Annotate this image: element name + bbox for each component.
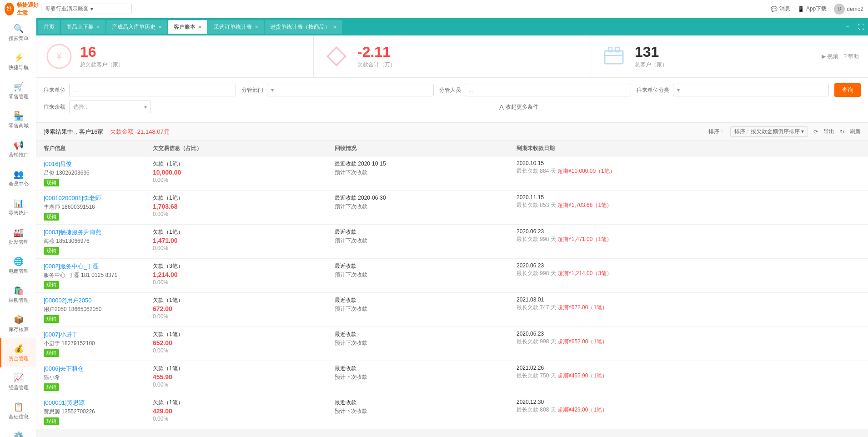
balance-input[interactable]: 选择... ▾ — [69, 100, 151, 113]
unit-class-input[interactable]: ▾ — [673, 84, 829, 96]
debt-count-6: 欠款（1笔） — [153, 365, 335, 372]
overdue-amount-7[interactable]: 超期¥429.00（1笔） — [557, 407, 607, 413]
stats-bar: ¥ 16 总欠款客户（家） -2.11 欠款合计（万） — [36, 35, 868, 78]
customer-name-6[interactable]: [0006]去下粮仓 — [44, 365, 153, 373]
debt-percent-0: 0.00% — [153, 177, 335, 183]
tab-close-production[interactable]: ✕ — [158, 25, 162, 30]
results-info: 搜索结果中，客户16家 欠款金额 -21,148.07元 — [44, 128, 170, 136]
content-area: 首页 商品上下架 ✕ 产成品入库单历史 ✕ 客户账本 ✕ 采购订单统计表 ✕ — [36, 18, 868, 437]
payback-info-3: 最近收款 预计下次收款 — [335, 262, 517, 279]
customer-name-3[interactable]: [0002]服务中心_丁磊 — [44, 262, 153, 271]
customer-name-1[interactable]: [00010200001]李老师 — [44, 194, 153, 202]
customer-name-7[interactable]: [000001]黄思源 — [44, 399, 153, 407]
sidebar-quick-nav[interactable]: ⚡ 快捷导航 — [0, 47, 36, 76]
help-action[interactable]: ? 帮助 — [843, 53, 859, 60]
customer-phone-0: 吕俊 13026203696 — [44, 169, 153, 177]
debt-info-1: 欠款（1笔） 1,703.68 0.00% — [153, 194, 335, 217]
overdue-date-7: 2020.12.30 — [517, 399, 861, 405]
search-button[interactable]: 查询 — [834, 83, 861, 97]
overdue-amount-6[interactable]: 超期¥455.90（1笔） — [557, 372, 607, 379]
customer-tag-1: 现销 — [44, 213, 59, 221]
payback-info-6: 最近收款 预计下次收款 — [335, 365, 517, 381]
tab-customer-account[interactable]: 客户账本 ✕ — [168, 20, 207, 34]
debt-amount-7: 429.00 — [153, 407, 335, 415]
customer-name-2[interactable]: [0003]畅捷服务尹海燕 — [44, 228, 153, 236]
sidebar-item-retail-mall[interactable]: 🏪 零售商城 — [0, 105, 36, 135]
tab-home[interactable]: 首页 — [38, 20, 60, 34]
customer-tag-0: 现销 — [44, 179, 59, 186]
person-input[interactable]: ... — [465, 84, 632, 96]
user-action[interactable]: D demo2 — [834, 4, 863, 15]
overdue-days-4: 最长欠款 747 天 超期¥672.00（1笔） — [517, 304, 861, 311]
customer-tag-7: 现销 — [44, 417, 59, 425]
video-action[interactable]: ▶ 视频 — [822, 53, 838, 60]
customer-name-5[interactable]: [0007]小进于 — [44, 331, 153, 339]
app-download-action[interactable]: 📱 App下载 — [798, 5, 827, 13]
customer-phone-5: 小进于 18279152100 — [44, 340, 153, 347]
table-row: [0016]吕俊 吕俊 13026203696 现销 欠款（1笔） 10,000… — [36, 156, 868, 191]
overdue-amount-3[interactable]: 超期¥1,214.00（3笔） — [557, 270, 612, 276]
download-icon: 📱 — [798, 6, 804, 12]
tab-close-inbound-stats[interactable]: ✕ — [333, 25, 336, 30]
tab-products-on-off[interactable]: 商品上下架 ✕ — [61, 20, 105, 34]
overdue-info-6: 2021.02.26 最长欠款 750 天 超期¥455.90（1笔） — [517, 365, 861, 380]
overdue-amount-1[interactable]: 超期¥1,703.68（1笔） — [557, 202, 612, 208]
tab-close-customer-account[interactable]: ✕ — [198, 25, 202, 30]
overdue-amount-0[interactable]: 超期¥10,000.00（1笔） — [557, 168, 615, 174]
debt-amount-4: 672.00 — [153, 305, 335, 312]
sidebar-item-retail-mgmt[interactable]: 🛒 零售管理 — [0, 76, 36, 105]
table-row: [0006]去下粮仓 陈小希 现销 欠款（1笔） 455.90 0.00% 最近… — [36, 361, 868, 395]
message-action[interactable]: 💬 消息 — [771, 5, 790, 13]
collapse-button[interactable]: ⋀ 收起更多条件 — [497, 101, 540, 113]
dept-input[interactable]: ▾ — [267, 84, 434, 96]
tab-close-products[interactable]: ✕ — [96, 25, 100, 30]
results-actions: 排序： 排序：按欠款金额倒序排序 ▾ ⟳ 导出 ↻ 刷新 — [708, 126, 861, 137]
chevron-down-icon: ▾ — [90, 6, 93, 12]
refresh-action[interactable]: 刷新 — [850, 128, 861, 136]
sort-selector[interactable]: 排序：按欠款金额倒序排序 ▾ — [730, 126, 808, 137]
customer-phone-2: 海燕 18513066976 — [44, 237, 153, 245]
tab-purchase-order-stats[interactable]: 采购订单统计表 ✕ — [208, 20, 264, 34]
tab-inbound-stats[interactable]: 进货单统计表（按商品） ✕ — [265, 20, 342, 34]
debt-customers-icon: ¥ — [45, 43, 73, 70]
debt-amount-5: 652.00 — [153, 339, 335, 347]
sidebar-item-marketing[interactable]: 📢 营销推广 — [0, 135, 36, 164]
sidebar-item-member[interactable]: 👥 会员中心 — [0, 164, 36, 193]
logo-icon: 好 — [5, 3, 14, 15]
svg-rect-3 — [605, 51, 623, 64]
sidebar-item-stock[interactable]: 📦 库存核算 — [0, 309, 36, 338]
tab-bar: 首页 商品上下架 ✕ 产成品入库单历史 ✕ 客户账本 ✕ 采购订单统计表 ✕ — [36, 18, 868, 35]
export-action[interactable]: 导出 — [823, 128, 834, 136]
overdue-amount-4[interactable]: 超期¥672.00（1笔） — [557, 304, 607, 311]
store-selector[interactable]: 母婴行业演示账套 ▾ — [41, 4, 132, 14]
sidebar-item-purchase[interactable]: 🛍️ 采购管理 — [0, 280, 36, 309]
customer-name-0[interactable]: [0016]吕俊 — [44, 160, 153, 168]
debt-amount-2: 1,471.00 — [153, 237, 335, 244]
overdue-days-7: 最长欠款 808 天 超期¥429.00（1笔） — [517, 406, 861, 414]
overdue-days-6: 最长欠款 750 天 超期¥455.90（1笔） — [517, 372, 861, 380]
sidebar-item-retail-stats[interactable]: 📊 零售统计 — [0, 193, 36, 222]
sidebar-item-ops[interactable]: 📈 经营管理 — [0, 367, 36, 397]
overdue-amount-2[interactable]: 超期¥1,471.00（1笔） — [557, 236, 612, 242]
tab-close-purchase-stats[interactable]: ✕ — [255, 25, 258, 30]
tab-minimize-btn[interactable]: － — [843, 23, 853, 31]
tab-maximize-btn[interactable]: ⛶ — [856, 23, 866, 30]
data-table: 客户信息 欠交易信息（占比） 回收情况 到期未收款日期 [0016]吕俊 吕俊 … — [36, 141, 868, 429]
sidebar-item-system[interactable]: ⚙️ 系统管理 — [0, 426, 36, 437]
tab-production-history[interactable]: 产成品入库单历史 ✕ — [106, 20, 167, 34]
sidebar-item-basic-info[interactable]: 📋 基础信息 — [0, 397, 36, 426]
chevron-up-icon: ⋀ — [499, 104, 504, 110]
customer-phone-3: 服务中心_丁磊 181 0125 8371 — [44, 271, 153, 279]
customer-info-5: [0007]小进于 小进于 18279152100 现销 — [44, 331, 153, 357]
customer-name-4[interactable]: [000002]用户2050 — [44, 296, 153, 305]
overdue-days-2: 最长欠款 998 天 超期¥1,471.00（1笔） — [517, 236, 861, 243]
overdue-amount-5[interactable]: 超期¥652.00（1笔） — [557, 338, 607, 345]
from-unit-input[interactable]: ... — [69, 84, 236, 96]
sidebar-item-capital[interactable]: 💰 资金管理 — [0, 338, 36, 367]
sidebar-item-ecommerce[interactable]: 🌐 电商管理 — [0, 251, 36, 280]
svg-text:¥: ¥ — [56, 50, 62, 62]
payback-recent-6: 最近收款 — [335, 365, 517, 372]
overdue-info-0: 2020.10.15 最长欠款 884 天 超期¥10,000.00（1笔） — [517, 160, 861, 175]
sidebar-search[interactable]: 🔍 搜索菜单 — [0, 18, 36, 47]
sidebar-item-wholesale[interactable]: 🏭 批发管理 — [0, 222, 36, 251]
